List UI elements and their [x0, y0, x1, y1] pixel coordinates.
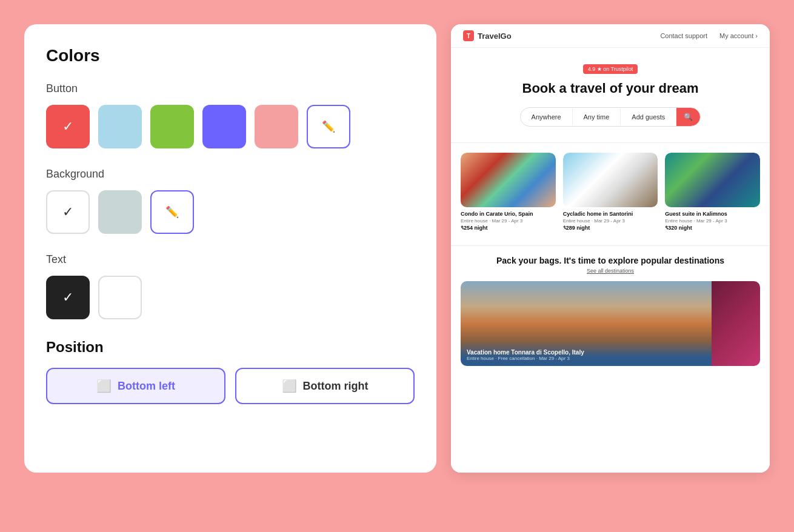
check-icon-white-bg: ✓	[62, 204, 73, 220]
background-swatch-gray[interactable]	[98, 190, 142, 234]
listing-card-3[interactable]: Guest suite in Kalimnos Entire house · M…	[665, 153, 760, 231]
right-panel: T TravelGo Contact support My account › …	[451, 24, 770, 473]
listing-title-3: Guest suite in Kalimnos	[665, 211, 760, 217]
listing-card-1[interactable]: Condo in Carate Urio, Spain Entire house…	[461, 153, 556, 231]
left-panel: Colors Button ✓ ✏️ Background	[24, 24, 436, 473]
listing-price-1: $254 night	[461, 225, 556, 231]
listing-subtitle-2: Entire house · Mar 29 - Apr 3	[563, 218, 658, 224]
dest-caption: Vacation home Tonnara di Scopello, Italy…	[467, 349, 584, 361]
destinations-section: Pack your bags. It's time to explore pop…	[451, 245, 770, 376]
bottom-right-label: Bottom right	[303, 380, 369, 393]
position-title: Position	[46, 339, 415, 356]
button-swatch-eyedropper[interactable]: ✏️	[307, 105, 350, 148]
search-guests[interactable]: Add guests	[621, 108, 676, 125]
logo-text: TravelGo	[478, 32, 512, 41]
hero-section: 4.9 ★ on Trustpilot Book a travel of you…	[451, 48, 770, 143]
search-anytime[interactable]: Any time	[573, 108, 621, 125]
search-bar: Anywhere Any time Add guests 🔍	[520, 107, 701, 127]
bottom-right-button[interactable]: ⬜ Bottom right	[235, 368, 415, 404]
listing-img-santorini	[563, 153, 658, 207]
dest-img-right	[712, 281, 760, 366]
search-anywhere[interactable]: Anywhere	[521, 108, 573, 125]
destinations-title: Pack your bags. It's time to explore pop…	[461, 256, 760, 265]
hero-title: Book a travel of your dream	[463, 80, 758, 98]
button-swatch-red[interactable]: ✓	[46, 105, 90, 148]
check-icon-red: ✓	[62, 119, 73, 135]
see-all-link[interactable]: See all destinations	[461, 268, 760, 274]
search-icon: 🔍	[684, 113, 693, 121]
listing-img-kalimnos	[665, 153, 760, 207]
listings-grid: Condo in Carate Urio, Spain Entire house…	[461, 153, 760, 231]
browser-nav: Contact support My account ›	[660, 32, 758, 39]
background-swatch-eyedropper[interactable]: ✏️	[150, 190, 194, 234]
panel-title: Colors	[46, 46, 415, 65]
listing-title-2: Cycladic home in Santorini	[563, 211, 658, 217]
text-section: Text ✓	[46, 253, 415, 319]
main-container: Colors Button ✓ ✏️ Background	[0, 0, 794, 532]
text-color-row: ✓	[46, 276, 415, 319]
trustpilot-text: 4.9 ★ on Trustpilot	[588, 66, 633, 72]
browser-bar: T TravelGo Contact support My account ›	[451, 24, 770, 48]
background-swatch-white[interactable]: ✓	[46, 190, 90, 234]
listing-price-3: $320 night	[665, 225, 760, 231]
position-section: Position ⬜ Bottom left ⬜ Bottom right	[46, 339, 415, 404]
button-section-label: Button	[46, 82, 415, 95]
button-color-row: ✓ ✏️	[46, 105, 415, 148]
listing-subtitle-1: Entire house · Mar 29 - Apr 3	[461, 218, 556, 224]
button-section: Button ✓ ✏️	[46, 82, 415, 148]
button-swatch-light-blue[interactable]	[98, 105, 142, 148]
eyedropper-icon: ✏️	[322, 120, 335, 133]
bottom-left-button[interactable]: ⬜ Bottom left	[46, 368, 225, 404]
browser-content: 4.9 ★ on Trustpilot Book a travel of you…	[451, 48, 770, 473]
search-button[interactable]: 🔍	[676, 108, 700, 126]
button-swatch-pink[interactable]	[255, 105, 298, 148]
eyedropper-bg-icon: ✏️	[165, 205, 179, 219]
listings-section: Condo in Carate Urio, Spain Entire house…	[451, 143, 770, 245]
bottom-left-label: Bottom left	[118, 380, 175, 393]
listing-subtitle-3: Entire house · Mar 29 - Apr 3	[665, 218, 760, 224]
bottom-left-icon: ⬜	[96, 379, 112, 393]
check-icon-black: ✓	[62, 290, 73, 305]
browser-logo: T TravelGo	[463, 30, 512, 41]
listing-card-2[interactable]: Cycladic home in Santorini Entire house …	[563, 153, 658, 231]
background-section: Background ✓ ✏️	[46, 168, 415, 234]
destination-banner[interactable]: Vacation home Tonnara di Scopello, Italy…	[461, 281, 760, 366]
listing-title-1: Condo in Carate Urio, Spain	[461, 211, 556, 217]
dest-img-left: Vacation home Tonnara di Scopello, Italy…	[461, 281, 712, 366]
nav-account[interactable]: My account ›	[719, 32, 758, 39]
background-section-label: Background	[46, 168, 415, 181]
listing-price-2: $289 night	[563, 225, 658, 231]
button-swatch-green[interactable]	[150, 105, 194, 148]
dest-caption-title: Vacation home Tonnara di Scopello, Italy	[467, 349, 584, 356]
logo-icon: T	[463, 30, 474, 41]
nav-contact[interactable]: Contact support	[660, 32, 707, 39]
text-section-label: Text	[46, 253, 415, 266]
listing-img-carate	[461, 153, 556, 207]
trustpilot-badge: 4.9 ★ on Trustpilot	[583, 64, 638, 74]
bottom-right-icon: ⬜	[282, 379, 297, 393]
dest-caption-sub: Entire house · Free cancellation · Mar 2…	[467, 356, 584, 361]
position-buttons: ⬜ Bottom left ⬜ Bottom right	[46, 368, 415, 404]
text-swatch-white[interactable]	[98, 276, 142, 319]
background-color-row: ✓ ✏️	[46, 190, 415, 234]
button-swatch-purple[interactable]	[202, 105, 246, 148]
text-swatch-black[interactable]: ✓	[46, 276, 90, 319]
